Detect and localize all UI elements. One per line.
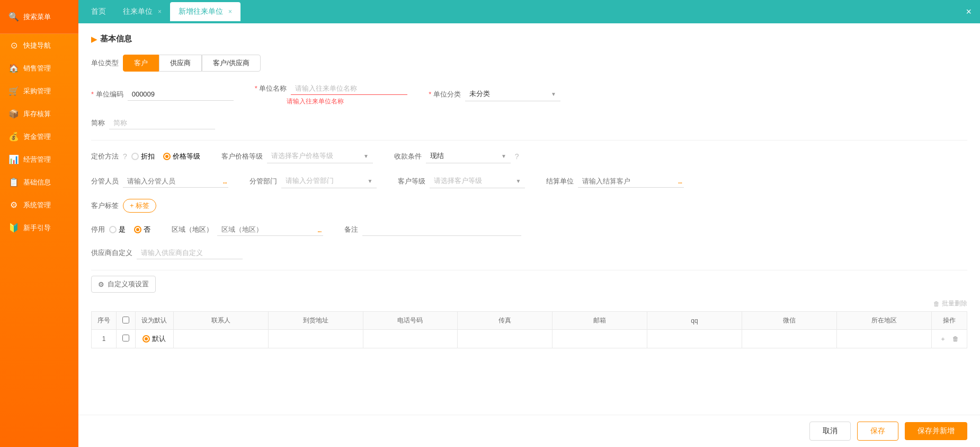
add-tag-button[interactable]: + 标签 [123,199,156,213]
disabled-yes-radio[interactable] [109,226,117,233]
row-default-radio[interactable] [142,335,150,343]
quicknav-icon: ⊙ [8,40,19,50]
payment-terms-arrow: ▼ [501,153,506,159]
manager-input[interactable] [123,175,220,187]
batch-delete-label[interactable]: 批量删除 [942,299,967,308]
pricing-radio-group: 折扣 价格等级 [131,152,200,161]
customer-level-label: 客户等级 [398,177,425,186]
btn-customer[interactable]: 客户 [123,55,159,72]
row-contact-input[interactable] [179,335,263,343]
customer-level-select[interactable]: 请选择客户等级 ▼ [430,174,525,188]
sales-icon: 🏠 [8,63,19,73]
table-header-row: 序号 设为默认 联系人 到货地址 电话号码 传真 邮箱 qq 微信 所在地区 操… [92,312,967,330]
th-email: 邮箱 [553,312,647,330]
pricing-level[interactable]: 价格等级 [163,152,200,161]
row-phone-input[interactable] [369,335,452,343]
row-default-cell: 默认 [135,330,173,348]
del-row-icon[interactable]: 🗑 [950,334,961,344]
divider-1 [91,140,967,141]
section-title: ▶ 基本信息 [91,34,967,44]
manager-label: 分管人员 [91,177,119,186]
department-select[interactable]: 请输入分管部门 ▼ [281,174,377,188]
tab-new-partner[interactable]: 新增往来单位 × [170,2,240,21]
manager-field: 分管人员 ... [91,175,228,188]
th-address: 到货地址 [268,312,363,330]
add-row-icon[interactable]: ＋ [938,334,948,344]
row-contact-cell [173,330,268,348]
sidebar-item-inventory[interactable]: 📦 库存核算 [0,102,78,125]
region-input[interactable] [217,223,315,235]
payment-terms-help-icon[interactable]: ? [515,152,519,161]
sidebar-item-purchase[interactable]: 🛒 采购管理 [0,80,78,102]
sidebar-item-newbie[interactable]: 🔰 新手引导 [0,216,78,239]
btn-both[interactable]: 客户/供应商 [202,55,261,72]
row-region-input[interactable] [842,335,926,343]
select-all-checkbox[interactable] [122,317,129,323]
row-checkbox[interactable] [122,335,129,341]
save-button[interactable]: 保存 [857,422,898,441]
save-and-add-button[interactable]: 保存并新增 [905,422,967,440]
department-arrow: ▼ [367,178,372,184]
region-field: 区域（地区） ... [172,223,323,236]
short-name-input[interactable] [109,117,215,129]
disabled-no-radio[interactable] [134,226,141,233]
manager-more-icon[interactable]: ... [220,176,228,186]
sidebar-item-search[interactable]: 🔍 搜索菜单 [0,5,78,28]
payment-terms-value: 现结 [430,151,499,161]
basics-icon: 📋 [8,177,19,187]
cancel-button[interactable]: 取消 [809,422,851,441]
pricing-discount-radio[interactable] [131,153,139,160]
pricing-help-icon[interactable]: ? [123,152,127,161]
customer-price-level-arrow: ▼ [363,153,369,159]
th-action: 操作 [931,312,967,330]
unit-category-value: 未分类 [469,89,549,99]
content-area: ▶ 基本信息 单位类型 客户 供应商 客户/供应商 单位编码 单位名称 [78,23,980,415]
unit-code-input[interactable] [128,88,234,101]
row-qq-input[interactable] [653,335,736,343]
disabled-radio-group: 是 否 [109,225,150,234]
custom-settings-button[interactable]: ⚙ 自定义项设置 [91,276,156,293]
row-default-label: 默认 [152,334,166,344]
sidebar-item-operations[interactable]: 📊 经营管理 [0,148,78,171]
sidebar-item-quicknav[interactable]: ⊙ 快捷导航 [0,34,78,57]
tab-home[interactable]: 首页 [83,2,114,21]
sidebar-item-system[interactable]: ⚙ 系统管理 [0,194,78,216]
supplier-custom-label: 供应商自定义 [91,248,132,258]
operations-icon: 📊 [8,154,19,164]
tab-partners-close[interactable]: × [158,8,162,15]
sidebar-item-basics[interactable]: 📋 基础信息 [0,171,78,194]
row-wechat-input[interactable] [747,335,831,343]
unit-type-field: 单位类型 客户 供应商 客户/供应商 [91,55,261,72]
row-fax-input[interactable] [463,335,547,343]
tab-partners[interactable]: 往来单位 × [114,2,170,21]
unit-name-input[interactable] [291,82,407,95]
sidebar-item-sales[interactable]: 🏠 销售管理 [0,57,78,80]
settlement-more-icon[interactable]: ... [675,176,683,186]
sidebar-item-finance[interactable]: 💰 资金管理 [0,125,78,148]
row-default-radio-item[interactable]: 默认 [141,334,168,344]
unit-code-field: 单位编码 [91,88,234,101]
pricing-discount[interactable]: 折扣 [131,152,155,161]
tab-new-partner-close[interactable]: × [228,8,232,15]
row-address-input[interactable] [274,335,358,343]
th-wechat: 微信 [742,312,836,330]
disabled-yes[interactable]: 是 [109,225,126,234]
disabled-no[interactable]: 否 [134,225,150,234]
department-field: 分管部门 请输入分管部门 ▼ [250,174,377,188]
customer-level-field: 客户等级 请选择客户等级 ▼ [398,174,525,188]
row-email-input[interactable] [558,335,642,343]
customer-price-level-label: 客户价格等级 [221,152,263,161]
customer-price-level-select[interactable]: 请选择客户价格等级 ▼ [267,149,373,163]
payment-terms-select[interactable]: 现结 ▼ [426,149,511,163]
region-more-icon[interactable]: ... [315,225,323,234]
remark-input[interactable] [362,223,521,236]
settlement-unit-input[interactable] [578,175,675,187]
btn-supplier[interactable]: 供应商 [159,55,202,72]
contacts-table: 序号 设为默认 联系人 到货地址 电话号码 传真 邮箱 qq 微信 所在地区 操… [91,311,967,348]
pricing-row: 定价方法 ? 折扣 价格等级 客户价格等级 请选择客户价格等级 [91,149,967,163]
unit-category-select[interactable]: 未分类 ▼ [465,87,560,101]
supplier-custom-input[interactable] [137,247,243,259]
pricing-method-label: 定价方法 [91,152,119,161]
pricing-level-radio[interactable] [163,153,171,160]
close-all-button[interactable]: × [961,6,976,17]
